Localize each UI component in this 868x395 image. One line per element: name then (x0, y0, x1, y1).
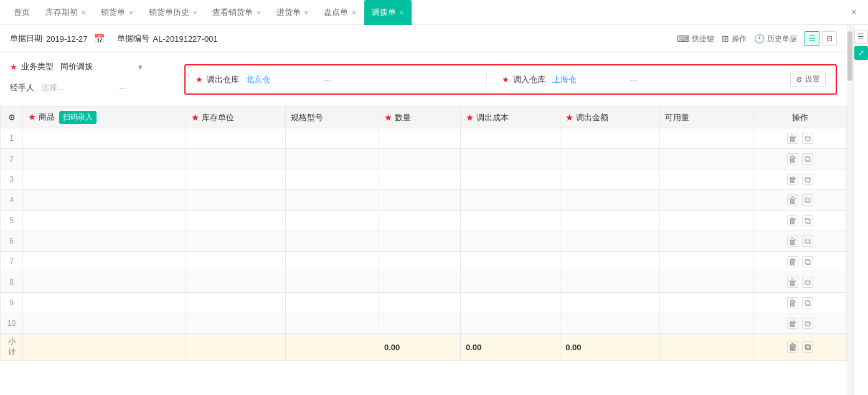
amount-cell[interactable] (560, 231, 660, 252)
unit-cell[interactable] (186, 252, 286, 272)
amount-cell[interactable] (560, 149, 660, 169)
amount-cell[interactable] (560, 169, 660, 190)
delete-icon[interactable]: 🗑 (787, 256, 798, 267)
out-warehouse-value[interactable]: 北京仓 (243, 72, 318, 87)
product-cell[interactable] (23, 149, 186, 169)
product-cell[interactable] (23, 211, 186, 231)
product-cell[interactable] (23, 128, 186, 149)
cost-cell[interactable] (460, 272, 560, 293)
unit-cell[interactable] (186, 272, 286, 293)
cost-cell[interactable] (460, 313, 560, 334)
cost-cell[interactable] (460, 128, 560, 149)
product-cell[interactable] (23, 231, 186, 252)
spec-cell[interactable] (286, 128, 379, 149)
available-cell[interactable] (660, 252, 753, 272)
cost-cell[interactable] (460, 149, 560, 169)
product-cell[interactable] (23, 272, 186, 293)
qty-cell[interactable] (379, 293, 460, 313)
cost-cell[interactable] (460, 293, 560, 313)
tab-inventory-check[interactable]: 盘点单 × (316, 0, 364, 25)
qty-cell[interactable] (379, 252, 460, 272)
tab-close-inventory-init[interactable]: × (82, 9, 85, 16)
copy-icon[interactable]: ⧉ (802, 318, 813, 329)
delete-icon[interactable]: 🗑 (787, 318, 798, 329)
in-warehouse-value[interactable]: 上海仓 (549, 72, 624, 87)
cost-cell[interactable] (460, 231, 560, 252)
amount-cell[interactable] (560, 313, 660, 334)
copy-icon[interactable]: ⧉ (802, 236, 813, 247)
amount-cell[interactable] (560, 128, 660, 149)
copy-icon[interactable]: ⧉ (802, 153, 813, 164)
unit-cell[interactable] (186, 128, 286, 149)
available-cell[interactable] (660, 231, 753, 252)
out-warehouse-ellipsis[interactable]: ··· (321, 75, 334, 85)
cost-cell[interactable] (460, 252, 560, 272)
available-cell[interactable] (660, 313, 753, 334)
copy-icon[interactable]: ⧉ (802, 297, 813, 308)
unit-cell[interactable] (186, 149, 286, 169)
qty-cell[interactable] (379, 272, 460, 293)
settings-button[interactable]: ⚙ 设置 (790, 72, 826, 87)
tab-close-inventory-check[interactable]: × (352, 9, 356, 16)
window-close-button[interactable]: × (846, 7, 862, 18)
unit-cell[interactable] (186, 169, 286, 190)
qty-cell[interactable] (379, 169, 460, 190)
spec-cell[interactable] (286, 211, 379, 231)
qty-cell[interactable] (379, 231, 460, 252)
grid-view-button[interactable]: ⊟ (822, 31, 837, 46)
business-type-value[interactable]: 同价调拨 (57, 59, 132, 74)
qty-cell[interactable] (379, 190, 460, 211)
scan-button[interactable]: 扫码录入 (59, 111, 97, 124)
tab-close-transfer-order[interactable]: × (400, 9, 403, 16)
sidebar-expand-icon[interactable]: ⤢ (854, 46, 868, 60)
tab-view-sales[interactable]: 查看销货单 × (205, 0, 268, 25)
unit-cell[interactable] (186, 293, 286, 313)
person-placeholder[interactable]: 选择... (38, 80, 113, 95)
list-view-button[interactable]: ☰ (804, 31, 819, 46)
delete-icon[interactable]: 🗑 (787, 277, 798, 288)
product-cell[interactable] (23, 293, 186, 313)
available-cell[interactable] (660, 190, 753, 211)
available-cell[interactable] (660, 272, 753, 293)
spec-cell[interactable] (286, 149, 379, 169)
cost-cell[interactable] (460, 190, 560, 211)
qty-cell[interactable] (379, 128, 460, 149)
amount-cell[interactable] (560, 272, 660, 293)
cost-cell[interactable] (460, 211, 560, 231)
delete-icon[interactable]: 🗑 (787, 297, 798, 308)
shortcuts-button[interactable]: ⌨ 快捷键 (677, 34, 714, 44)
col-gear[interactable]: ⚙ (1, 107, 23, 128)
delete-icon[interactable]: 🗑 (787, 153, 798, 164)
unit-cell[interactable] (186, 231, 286, 252)
unit-cell[interactable] (186, 313, 286, 334)
spec-cell[interactable] (286, 190, 379, 211)
qty-cell[interactable] (379, 211, 460, 231)
delete-icon[interactable]: 🗑 (787, 174, 798, 185)
amount-cell[interactable] (560, 252, 660, 272)
spec-cell[interactable] (286, 293, 379, 313)
amount-cell[interactable] (560, 211, 660, 231)
history-button[interactable]: 🕐 历史单据 (754, 34, 797, 44)
tab-close-sales-order[interactable]: × (129, 9, 133, 16)
qty-cell[interactable] (379, 149, 460, 169)
sidebar-list-icon[interactable]: ☰ (854, 30, 868, 44)
person-ellipsis-button[interactable]: ··· (116, 83, 129, 93)
spec-cell[interactable] (286, 231, 379, 252)
cost-cell[interactable] (460, 169, 560, 190)
copy-icon[interactable]: ⧉ (802, 194, 813, 206)
copy-icon[interactable]: ⧉ (802, 133, 813, 144)
available-cell[interactable] (660, 293, 753, 313)
unit-cell[interactable] (186, 211, 286, 231)
tab-inventory-init[interactable]: 库存期初 × (38, 0, 93, 25)
tab-home[interactable]: 首页 (6, 0, 38, 25)
amount-cell[interactable] (560, 293, 660, 313)
tab-close-purchase-order[interactable]: × (304, 9, 308, 16)
available-cell[interactable] (660, 128, 753, 149)
subtotal-copy-icon[interactable]: ⧉ (802, 341, 813, 353)
product-cell[interactable] (23, 169, 186, 190)
spec-cell[interactable] (286, 313, 379, 334)
delete-icon[interactable]: 🗑 (787, 133, 798, 144)
subtotal-delete-icon[interactable]: 🗑 (787, 341, 798, 353)
spec-cell[interactable] (286, 252, 379, 272)
available-cell[interactable] (660, 149, 753, 169)
